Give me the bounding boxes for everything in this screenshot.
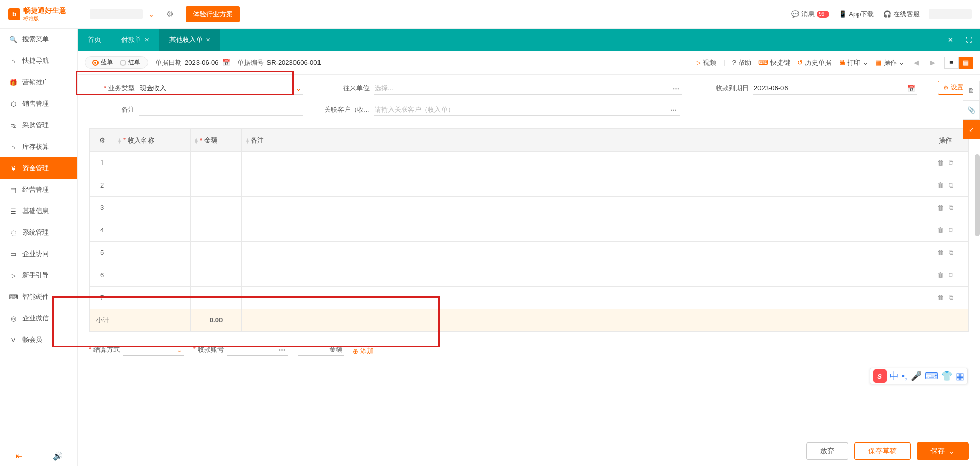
next-bill-button[interactable]: ▶ <box>928 59 937 66</box>
sidebar-item-marketing[interactable]: 🎁营销推广 <box>0 72 77 93</box>
table-row[interactable]: 6🗑⧉ <box>90 264 968 287</box>
online-service-link[interactable]: 🎧 在线客服 <box>883 10 920 19</box>
ime-keyboard-button[interactable]: ⌨ <box>925 370 938 382</box>
cell-amount[interactable] <box>191 152 242 174</box>
sidebar-item-basic[interactable]: ☰基础信息 <box>0 200 77 222</box>
table-row[interactable]: 7🗑⧉ <box>90 287 968 309</box>
view-list-button[interactable]: ≡ <box>944 57 959 69</box>
copy-row-icon[interactable]: ⧉ <box>949 271 953 279</box>
cell-remark[interactable] <box>242 287 922 309</box>
radio-red-bill[interactable]: 红单 <box>120 58 140 67</box>
cell-amount[interactable] <box>191 219 242 242</box>
rail-note-button[interactable]: 🗎 <box>963 81 980 100</box>
cell-income-name[interactable] <box>114 287 191 309</box>
add-settlement-button[interactable]: ⊕ 添加 <box>353 346 374 356</box>
settle-method-input[interactable] <box>123 343 184 356</box>
sidebar-item-purchase[interactable]: 🛍采购管理 <box>0 114 77 136</box>
experience-plan-button[interactable]: 体验行业方案 <box>186 6 240 22</box>
sidebar-item-search[interactable]: 🔍搜索菜单 <box>0 29 77 50</box>
cell-amount[interactable] <box>191 197 242 219</box>
close-icon[interactable]: ✕ <box>144 37 149 43</box>
cell-remark[interactable] <box>242 152 922 174</box>
messages-link[interactable]: 💬 消息 99+ <box>791 10 829 19</box>
sidebar-item-member[interactable]: V畅会员 <box>0 329 77 351</box>
delete-row-icon[interactable]: 🗑 <box>937 226 944 234</box>
ime-toolbox-button[interactable]: ▦ <box>955 370 964 382</box>
print-link[interactable]: 🖶打印⌄ <box>839 58 868 67</box>
help-link[interactable]: ?帮助 <box>732 58 751 67</box>
cell-income-name[interactable] <box>114 152 191 174</box>
sidebar-item-inventory[interactable]: ⌂库存核算 <box>0 136 77 157</box>
cell-remark[interactable] <box>242 242 922 264</box>
cell-amount[interactable] <box>191 242 242 264</box>
ime-punct-button[interactable]: •, <box>902 371 908 382</box>
video-link[interactable]: ▷视频 <box>696 58 716 67</box>
calendar-icon[interactable]: 📅 <box>907 85 915 92</box>
sidebar-item-guide[interactable]: ▷新手引导 <box>0 265 77 286</box>
cell-remark[interactable] <box>242 197 922 219</box>
delete-row-icon[interactable]: 🗑 <box>937 294 944 301</box>
due-date-input[interactable] <box>753 82 917 95</box>
tab-home[interactable]: 首页 <box>78 29 111 51</box>
cell-amount[interactable] <box>191 174 242 197</box>
org-selector[interactable] <box>90 9 143 19</box>
col-income-name[interactable]: ▴▾收入名称 <box>114 129 191 152</box>
sidebar-sound-button[interactable]: 🔊 <box>39 446 78 466</box>
delete-row-icon[interactable]: 🗑 <box>937 181 944 189</box>
biz-type-input[interactable] <box>139 82 303 95</box>
ime-skin-button[interactable]: 👕 <box>941 370 952 382</box>
save-button[interactable]: 保存⌄ <box>917 442 969 460</box>
delete-row-icon[interactable]: 🗑 <box>937 159 944 167</box>
ime-lang-button[interactable]: 中 <box>890 370 899 382</box>
sidebar-item-finance[interactable]: ¥资金管理 <box>0 157 77 179</box>
more-icon[interactable]: ⋯ <box>673 85 680 92</box>
user-menu[interactable] <box>929 9 972 19</box>
history-link[interactable]: ↺历史单据 <box>797 58 831 67</box>
tab-other-income[interactable]: 其他收入单✕ <box>159 29 220 51</box>
delete-row-icon[interactable]: 🗑 <box>937 271 944 279</box>
app-download-link[interactable]: 📱 App下载 <box>839 10 874 19</box>
copy-row-icon[interactable]: ⧉ <box>949 249 953 257</box>
cell-amount[interactable] <box>191 264 242 287</box>
copy-row-icon[interactable]: ⧉ <box>949 181 953 190</box>
table-row[interactable]: 5🗑⧉ <box>90 242 968 264</box>
party-input[interactable] <box>374 82 682 95</box>
table-row[interactable]: 4🗑⧉ <box>90 219 968 242</box>
cell-income-name[interactable] <box>114 264 191 287</box>
sidebar-item-enterprise[interactable]: ▭企业协同 <box>0 243 77 265</box>
col-amount[interactable]: ▴▾金额 <box>191 129 242 152</box>
chevron-down-icon[interactable]: ⌄ <box>177 346 182 354</box>
chevron-down-icon[interactable]: ⌄ <box>296 85 301 92</box>
more-icon[interactable]: ⋯ <box>279 346 286 354</box>
sidebar-collapse-button[interactable]: ⇤ <box>0 446 39 466</box>
operate-link[interactable]: ▦操作⌄ <box>875 58 904 67</box>
table-row[interactable]: 2🗑⧉ <box>90 174 968 197</box>
cell-remark[interactable] <box>242 174 922 197</box>
scrollbar[interactable] <box>975 154 980 236</box>
sidebar-item-quicknav[interactable]: ⌂快捷导航 <box>0 50 77 72</box>
settle-amount-input[interactable] <box>298 343 344 356</box>
sidebar-item-hardware[interactable]: ⌨智能硬件 <box>0 286 77 308</box>
copy-row-icon[interactable]: ⧉ <box>949 226 953 235</box>
rail-expand-button[interactable]: ⤢ <box>963 120 980 139</box>
copy-row-icon[interactable]: ⧉ <box>949 159 953 167</box>
more-icon[interactable]: ⋯ <box>670 106 678 114</box>
copy-row-icon[interactable]: ⧉ <box>949 204 953 212</box>
shortcut-link[interactable]: ⌨快捷键 <box>758 58 790 67</box>
col-remark[interactable]: ▴▾备注 <box>242 129 922 152</box>
table-row[interactable]: 3🗑⧉ <box>90 197 968 219</box>
delete-row-icon[interactable]: 🗑 <box>937 204 944 212</box>
chevron-down-icon[interactable]: ⌄ <box>148 10 154 18</box>
delete-row-icon[interactable]: 🗑 <box>937 249 944 257</box>
rel-customer-input[interactable] <box>374 104 680 116</box>
cell-remark[interactable] <box>242 264 922 287</box>
rail-clip-button[interactable]: 📎 <box>963 100 980 120</box>
table-config-header[interactable]: ⚙ <box>90 129 114 152</box>
tab-fullscreen-button[interactable]: ⛶ <box>962 33 976 47</box>
cell-income-name[interactable] <box>114 219 191 242</box>
copy-row-icon[interactable]: ⧉ <box>949 294 953 302</box>
tab-close-all-button[interactable]: ✕ <box>943 33 958 47</box>
bill-date-value[interactable]: 2023-06-06 <box>185 59 219 66</box>
remark-input[interactable] <box>139 104 303 116</box>
close-icon[interactable]: ✕ <box>206 37 210 43</box>
